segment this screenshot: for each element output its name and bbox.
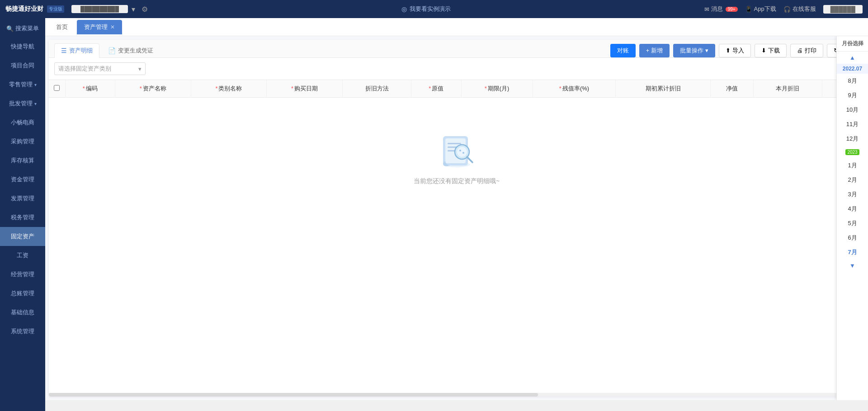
sidebar-item-retail[interactable]: 零售管理 ▾: [0, 75, 45, 94]
tab-bar: 首页 资产管理 ✕: [45, 18, 868, 36]
sidebar-item-salary[interactable]: 工资: [0, 246, 45, 265]
sidebar-item-basic[interactable]: 基础信息: [0, 303, 45, 322]
month-2[interactable]: 2月: [837, 173, 868, 187]
sidebar-item-invoice[interactable]: 发票管理: [0, 189, 45, 208]
empty-illustration: [429, 125, 484, 170]
year-2022-label: 2022.07: [837, 64, 868, 74]
sidebar-item-inventory[interactable]: 库存核算: [0, 151, 45, 170]
subtab-asset-detail[interactable]: ☰ 资产明细: [54, 43, 99, 58]
sidebar-item-shortcut[interactable]: 快捷导航: [0, 37, 45, 56]
svg-point-9: [459, 150, 461, 151]
list-icon: ☰: [61, 47, 67, 54]
col-period: *期限(月): [461, 80, 533, 98]
sidebar-search[interactable]: 🔍 搜索菜单: [0, 20, 45, 37]
sidebar-item-finance[interactable]: 资金管理: [0, 170, 45, 189]
asset-panel: ☰ 资产明细 📄 变更生成凭证 对账 + 新增 批量操作 ▾: [49, 40, 864, 397]
col-depreciation-method: 折旧方法: [342, 80, 411, 98]
top-bar: 畅捷通好业财 专业版 ██████████ ▾ ⚙ ◎ 我要看实例演示 ✉ 消息…: [0, 0, 868, 18]
svg-rect-3: [448, 143, 461, 144]
download-icon: ⬇: [761, 47, 766, 54]
toolbar-right: 对账 + 新增 批量操作 ▾ ⬆ 导入 ⬇ 下载: [610, 44, 859, 57]
page-content: ☰ 资产明细 📄 变更生成凭证 对账 + 新增 批量操作 ▾: [45, 36, 868, 400]
table-header-row: *编码 *资产名称 *类别名称 *购买日期 折旧方法 *原值 *期限(月) *残…: [49, 80, 864, 98]
svg-point-10: [462, 152, 464, 154]
print-icon: 🖨: [797, 47, 803, 54]
message-icon: ✉: [704, 6, 709, 13]
dropdown-arrow-icon[interactable]: ▾: [132, 5, 135, 14]
month-panel: 月份选择 ▲ 2022.07 8月 9月 10月 11月 12月 2023 1月…: [836, 36, 868, 400]
demo-link[interactable]: ◎ 我要看实例演示: [401, 5, 451, 13]
import-button[interactable]: ⬆ 导入: [719, 44, 751, 57]
col-net-value: 净值: [710, 80, 753, 98]
top-bar-right: ✉ 消息 99+ 📱 App下载 🎧 在线客服 ██████: [704, 5, 863, 14]
sidebar-item-operations[interactable]: 经营管理: [0, 265, 45, 284]
app-logo: 畅捷通好业财: [5, 5, 43, 13]
select-all-checkbox[interactable]: [54, 85, 60, 91]
message-button[interactable]: ✉ 消息 99+: [704, 5, 738, 13]
sidebar-item-asset[interactable]: 固定资产: [0, 227, 45, 246]
sidebar: 🔍 搜索菜单 快捷导航 项目合同 零售管理 ▾ 批发管理 ▾ 小畅电商 采购管理…: [0, 18, 45, 411]
tab-close-icon[interactable]: ✕: [110, 24, 115, 30]
app-download-button[interactable]: 📱 App下载: [745, 5, 776, 13]
month-11[interactable]: 11月: [837, 117, 868, 132]
top-bar-left: 畅捷通好业财 专业版 ██████████ ▾ ⚙: [5, 5, 148, 14]
subtab-change-voucher[interactable]: 📄 变更生成凭证: [101, 43, 160, 57]
scroll-thumb[interactable]: [49, 393, 538, 397]
current-year-badge: 2023: [845, 149, 859, 155]
empty-state: 当前您还没有固定资产明细哦~: [49, 98, 864, 213]
col-accumulated-depreciation: 期初累计折旧: [616, 80, 710, 98]
month-1[interactable]: 1月: [837, 158, 868, 173]
col-monthly-depreciation: 本月折旧: [753, 80, 822, 98]
month-9[interactable]: 9月: [837, 88, 868, 103]
empty-state-row: 当前您还没有固定资产明细哦~: [49, 98, 864, 213]
main-layout: 🔍 搜索菜单 快捷导航 项目合同 零售管理 ▾ 批发管理 ▾ 小畅电商 采购管理…: [0, 18, 868, 411]
download-button[interactable]: ⬇ 下载: [755, 44, 787, 57]
sidebar-item-wholesale[interactable]: 批发管理 ▾: [0, 94, 45, 113]
table-wrapper: *编码 *资产名称 *类别名称 *购买日期 折旧方法 *原值 *期限(月) *残…: [49, 80, 864, 393]
phone-icon: 📱: [745, 6, 752, 13]
settings-icon[interactable]: ⚙: [142, 5, 148, 14]
doc-icon: 📄: [108, 47, 116, 54]
wholesale-arrow-icon: ▾: [34, 101, 37, 106]
month-10[interactable]: 10月: [837, 103, 868, 117]
month-panel-header: 月份选择: [837, 36, 868, 52]
user-avatar: ██████: [823, 5, 863, 14]
sidebar-item-system[interactable]: 系统管理: [0, 322, 45, 341]
month-3[interactable]: 3月: [837, 187, 868, 202]
import-icon: ⬆: [726, 47, 731, 54]
reconcile-button[interactable]: 对账: [610, 44, 636, 57]
tab-asset-mgmt[interactable]: 资产管理 ✕: [77, 20, 122, 34]
month-8[interactable]: 8月: [837, 74, 868, 88]
horizontal-scrollbar[interactable]: [49, 393, 864, 397]
year-badge-item: 2023: [837, 146, 868, 158]
month-down-button[interactable]: ▼: [837, 260, 868, 272]
company-name: ██████████: [71, 5, 128, 13]
online-service-button[interactable]: 🎧 在线客服: [783, 5, 816, 13]
month-7[interactable]: 7月: [837, 245, 868, 260]
month-6[interactable]: 6月: [837, 231, 868, 245]
sidebar-item-purchase[interactable]: 采购管理: [0, 132, 45, 151]
col-code: *编码: [65, 80, 115, 98]
tab-home[interactable]: 首页: [49, 20, 75, 34]
category-select[interactable]: 请选择固定资产类别 ▾: [54, 62, 146, 75]
app-version: 专业版: [47, 5, 64, 13]
select-arrow-icon: ▾: [138, 66, 142, 72]
bottom-bar: [45, 400, 868, 411]
add-button[interactable]: + 新增: [639, 44, 670, 57]
col-purchase-date: *购买日期: [267, 80, 343, 98]
col-residual-rate: *残值率(%): [533, 80, 616, 98]
month-up-button[interactable]: ▲: [837, 52, 868, 64]
batch-ops-button[interactable]: 批量操作 ▾: [673, 44, 715, 57]
sub-tab-bar: ☰ 资产明细 📄 变更生成凭证 对账 + 新增 批量操作 ▾: [49, 40, 864, 58]
sidebar-item-project[interactable]: 项目合同: [0, 56, 45, 75]
sidebar-item-ecommerce[interactable]: 小畅电商: [0, 113, 45, 132]
month-4[interactable]: 4月: [837, 202, 868, 216]
col-category: *类别名称: [191, 80, 267, 98]
sidebar-item-ledger[interactable]: 总账管理: [0, 284, 45, 303]
filter-bar: 请选择固定资产类别 ▾: [49, 58, 864, 80]
month-12[interactable]: 12月: [837, 132, 868, 146]
sidebar-item-tax[interactable]: 税务管理: [0, 208, 45, 227]
headset-icon: 🎧: [783, 6, 791, 13]
print-button[interactable]: 🖨 打印: [790, 44, 823, 57]
month-5[interactable]: 5月: [837, 216, 868, 231]
